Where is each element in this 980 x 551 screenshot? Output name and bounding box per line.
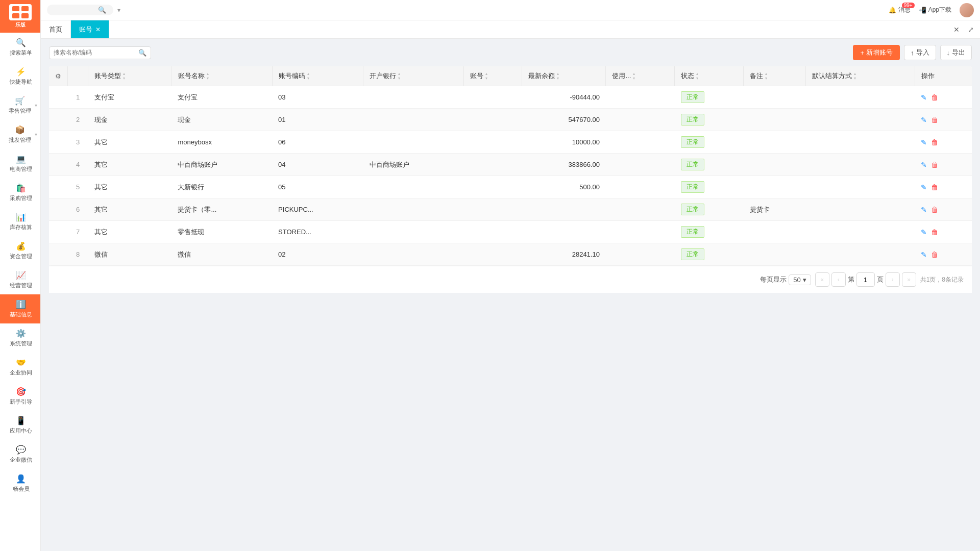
page-label2: 页 xyxy=(877,275,884,284)
topbar-dropdown-icon[interactable]: ▾ xyxy=(117,7,120,14)
page-number-input[interactable] xyxy=(856,272,875,287)
sidebar-item-basic-info[interactable]: ℹ️ 基础信息 xyxy=(0,294,40,323)
export-label: 导出 xyxy=(952,48,965,57)
delete-icon[interactable]: 🗑 xyxy=(931,206,938,214)
first-page-button[interactable]: « xyxy=(815,272,829,287)
account-search-icon[interactable]: 🔍 xyxy=(138,49,146,57)
app-center-icon: 📱 xyxy=(16,416,26,425)
sidebar-item-agreement[interactable]: 🤝 企业协同 xyxy=(0,353,40,382)
sidebar-item-label: 经营管理 xyxy=(10,282,32,289)
column-settings-icon[interactable]: ⚙ xyxy=(55,72,61,80)
tab-expand-button[interactable]: ⤢ xyxy=(966,24,976,35)
sidebar-item-quick-nav[interactable]: ⚡ 快捷导航 xyxy=(0,62,40,91)
delete-icon[interactable]: 🗑 xyxy=(931,161,938,169)
app-download-button[interactable]: 📲 App下载 xyxy=(919,6,951,14)
tab-account[interactable]: 账号 ✕ xyxy=(71,20,109,38)
topbar-search-icon[interactable]: 🔍 xyxy=(98,6,106,14)
account-search-input[interactable] xyxy=(54,49,138,56)
th-default-payment[interactable]: 默认结算方式 ▴▾ xyxy=(805,66,915,86)
status-badge: 正常 xyxy=(681,91,704,103)
sidebar-item-inventory[interactable]: 📊 库存核算 xyxy=(0,207,40,236)
action-icons: ✎ 🗑 xyxy=(921,183,966,191)
td-code: 04 xyxy=(272,154,363,176)
sidebar-item-operations[interactable]: 📈 经营管理 xyxy=(0,265,40,294)
th-type[interactable]: 账号类型 ▴▾ xyxy=(88,66,172,86)
sidebar-item-member[interactable]: 👤 畅会员 xyxy=(0,469,40,498)
td-balance xyxy=(522,198,606,221)
sidebar-item-wholesale[interactable]: 📦 批发管理 ▾ xyxy=(0,120,40,149)
td-name: 中百商场账户 xyxy=(172,154,272,176)
wholesale-icon: 📦 xyxy=(15,125,25,135)
export-button[interactable]: ↓ 导出 xyxy=(940,45,972,60)
th-account[interactable]: 账号 ▴▾ xyxy=(463,66,522,86)
prev-page-button[interactable]: ‹ xyxy=(831,272,846,287)
agreement-icon: 🤝 xyxy=(16,358,26,367)
th-balance-label: 最新余额 xyxy=(528,71,555,81)
tab-home[interactable]: 首页 xyxy=(41,20,71,38)
td-name: 现金 xyxy=(172,109,272,131)
sidebar-item-wechat[interactable]: 💬 企业微信 xyxy=(0,440,40,469)
delete-icon[interactable]: 🗑 xyxy=(931,138,938,146)
th-code[interactable]: 账号编码 ▴▾ xyxy=(272,66,363,86)
search-icon: 🔍 xyxy=(16,38,26,47)
topbar-left: 🔍 ▾ xyxy=(47,5,120,15)
td-default-payment xyxy=(805,243,915,266)
th-status[interactable]: 状态 ▴▾ xyxy=(675,66,744,86)
td-action: ✎ 🗑 xyxy=(915,221,972,243)
action-icons: ✎ 🗑 xyxy=(921,93,966,102)
wechat-icon: 💬 xyxy=(16,445,26,455)
td-account xyxy=(463,243,522,266)
last-page-icon: » xyxy=(907,276,911,283)
sort-default-payment-icons: ▴▾ xyxy=(854,72,856,81)
tab-bar-actions: ✕ ⤢ xyxy=(951,24,980,35)
import-button[interactable]: ↑ 导入 xyxy=(904,45,936,60)
th-name[interactable]: 账号名称 ▴▾ xyxy=(172,66,272,86)
sidebar-item-search[interactable]: 🔍 搜索菜单 xyxy=(0,33,40,62)
td-num: 5 xyxy=(68,176,88,198)
topbar-search-input[interactable] xyxy=(52,7,98,14)
next-page-button[interactable]: › xyxy=(886,272,900,287)
tab-close-button[interactable]: ✕ xyxy=(951,24,962,35)
table-row: 2 现金 现金 01 547670.00 正常 ✎ 🗑 xyxy=(49,109,972,131)
sidebar-item-ecommerce[interactable]: 💻 电商管理 xyxy=(0,149,40,178)
delete-icon[interactable]: 🗑 xyxy=(931,116,938,124)
sidebar-item-label: 应用中心 xyxy=(10,427,32,435)
sidebar-item-finance[interactable]: 💰 资金管理 xyxy=(0,236,40,265)
th-remark[interactable]: 备注 ▴▾ xyxy=(744,66,805,86)
edit-icon[interactable]: ✎ xyxy=(921,251,927,259)
th-bank[interactable]: 开户银行 ▴▾ xyxy=(363,66,464,86)
status-badge: 正常 xyxy=(681,136,704,148)
td-account xyxy=(463,198,522,221)
message-button[interactable]: 🔔 99+ 消息 xyxy=(889,6,911,14)
delete-icon[interactable]: 🗑 xyxy=(931,251,938,259)
edit-icon[interactable]: ✎ xyxy=(921,116,927,124)
edit-icon[interactable]: ✎ xyxy=(921,183,927,191)
add-account-button[interactable]: + 新增账号 xyxy=(853,45,900,60)
page-size-dropdown[interactable]: 50 ▾ xyxy=(789,274,811,285)
td-default-payment xyxy=(805,86,915,109)
delete-icon[interactable]: 🗑 xyxy=(931,183,938,191)
sidebar-item-purchase[interactable]: 🛍️ 采购管理 xyxy=(0,178,40,207)
th-balance[interactable]: 最新余额 ▴▾ xyxy=(522,66,606,86)
user-avatar[interactable] xyxy=(960,3,974,17)
edit-icon[interactable]: ✎ xyxy=(921,228,927,236)
th-use[interactable]: 使用... ▴▾ xyxy=(606,66,675,86)
delete-icon[interactable]: 🗑 xyxy=(931,93,938,102)
edit-icon[interactable]: ✎ xyxy=(921,93,927,102)
edit-icon[interactable]: ✎ xyxy=(921,138,927,146)
last-page-button[interactable]: » xyxy=(902,272,916,287)
sidebar-item-system[interactable]: ⚙️ 系统管理 xyxy=(0,323,40,353)
prev-page-icon: ‹ xyxy=(838,276,840,283)
td-bank: 中百商场账户 xyxy=(363,154,464,176)
td-use xyxy=(606,86,675,109)
edit-icon[interactable]: ✎ xyxy=(921,206,927,214)
sort-bank-icons: ▴▾ xyxy=(398,72,400,81)
sidebar-item-guide[interactable]: 🎯 新手引导 xyxy=(0,382,40,411)
delete-icon[interactable]: 🗑 xyxy=(931,228,938,236)
td-type: 其它 xyxy=(88,154,172,176)
sidebar-item-retail[interactable]: 🛒 零售管理 ▾ xyxy=(0,91,40,120)
sidebar-item-app-center[interactable]: 📱 应用中心 xyxy=(0,411,40,440)
tab-close-icon[interactable]: ✕ xyxy=(95,26,101,33)
sort-account-icons: ▴▾ xyxy=(485,72,487,81)
edit-icon[interactable]: ✎ xyxy=(921,161,927,169)
